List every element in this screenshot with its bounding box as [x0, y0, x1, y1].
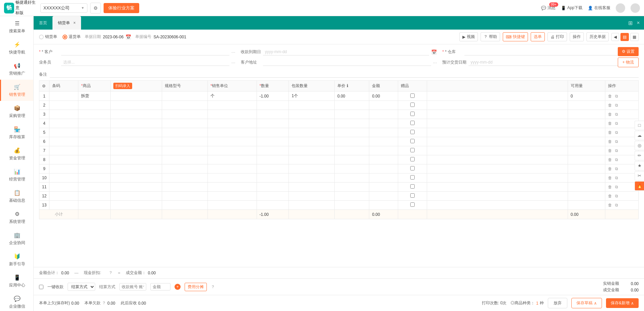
- online-service-button[interactable]: 👤 在线客服: [588, 5, 610, 11]
- row-barcode[interactable]: [49, 173, 78, 183]
- row-unit-price[interactable]: [335, 183, 369, 192]
- row-quantity[interactable]: [257, 119, 289, 128]
- payment-method-select[interactable]: 结算方式: [68, 283, 95, 291]
- print-button[interactable]: 🖨 打印: [547, 32, 567, 41]
- row-gift[interactable]: [398, 128, 427, 137]
- float-star-button[interactable]: ★: [635, 161, 644, 170]
- row-product[interactable]: [78, 128, 111, 137]
- row-amount[interactable]: [369, 137, 398, 146]
- row-amount[interactable]: [369, 183, 398, 192]
- row-quantity[interactable]: [257, 164, 289, 173]
- row-barcode[interactable]: [49, 119, 78, 128]
- row-barcode[interactable]: [49, 201, 78, 210]
- row-product[interactable]: [78, 137, 111, 146]
- row-unit[interactable]: [207, 201, 257, 210]
- row-spec[interactable]: [162, 155, 207, 164]
- row-gift[interactable]: [398, 155, 427, 164]
- row-product[interactable]: [78, 110, 111, 119]
- row-gift[interactable]: [398, 110, 427, 119]
- logistics-button[interactable]: + 物流: [618, 57, 639, 67]
- row-unit-price[interactable]: [335, 101, 369, 110]
- row-quantity[interactable]: -1.00: [257, 91, 289, 101]
- row-unit[interactable]: [207, 183, 257, 192]
- customer-input[interactable]: [61, 48, 229, 55]
- delete-icon[interactable]: 🗑: [608, 176, 612, 180]
- row-unit[interactable]: [207, 155, 257, 164]
- row-gift[interactable]: [398, 173, 427, 183]
- delete-icon[interactable]: 🗑: [608, 103, 612, 108]
- row-remark[interactable]: [427, 155, 568, 164]
- tab-home[interactable]: 首页: [34, 16, 52, 30]
- sidebar-item-system[interactable]: ⚙ 系统管理: [0, 207, 33, 228]
- row-spec[interactable]: [162, 137, 207, 146]
- row-spec[interactable]: [162, 128, 207, 137]
- row-amount[interactable]: [369, 201, 398, 210]
- row-quantity[interactable]: [257, 137, 289, 146]
- row-quantity[interactable]: [257, 146, 289, 155]
- row-unit[interactable]: [207, 173, 257, 183]
- sidebar-item-enterprise[interactable]: 🏢 企业协同: [0, 228, 33, 249]
- avatar[interactable]: [616, 3, 625, 13]
- row-unit-price[interactable]: [335, 155, 369, 164]
- row-remark[interactable]: [427, 164, 568, 173]
- copy-icon[interactable]: ⧉: [615, 185, 618, 189]
- salesperson-input[interactable]: [61, 59, 229, 66]
- row-gift[interactable]: [398, 101, 427, 110]
- row-quantity[interactable]: [257, 183, 289, 192]
- float-circle-button[interactable]: ◎: [635, 141, 644, 150]
- row-amount[interactable]: [369, 164, 398, 173]
- row-pack-qty[interactable]: [289, 128, 335, 137]
- delete-icon[interactable]: 🗑: [608, 166, 612, 171]
- sidebar-item-purchase[interactable]: 📦 采购管理: [0, 101, 33, 122]
- row-pack-qty[interactable]: [289, 183, 335, 192]
- save-new-button[interactable]: 保存&新增 ∧: [606, 298, 639, 308]
- amount-input[interactable]: [150, 283, 171, 290]
- tab-close-icon[interactable]: ×: [73, 21, 76, 25]
- row-remark[interactable]: [427, 201, 568, 210]
- float-fire-button[interactable]: 🔥: [635, 181, 644, 191]
- row-barcode[interactable]: [49, 101, 78, 110]
- row-amount[interactable]: [369, 110, 398, 119]
- copy-icon[interactable]: ⧉: [615, 121, 618, 126]
- row-spec[interactable]: [162, 173, 207, 183]
- row-product[interactable]: [78, 183, 111, 192]
- row-unit[interactable]: [207, 146, 257, 155]
- expected-date-input[interactable]: [468, 59, 631, 66]
- row-amount[interactable]: [369, 119, 398, 128]
- shortcut-button[interactable]: ⌨ 快捷键: [503, 32, 528, 41]
- row-product[interactable]: [78, 164, 111, 173]
- row-pack-qty[interactable]: [289, 173, 335, 183]
- float-expand-button[interactable]: □: [635, 121, 644, 130]
- close-all-icon[interactable]: ✕: [637, 21, 644, 25]
- row-unit[interactable]: [207, 119, 257, 128]
- row-unit-price[interactable]: [335, 128, 369, 137]
- video-button[interactable]: ▶ 视频: [459, 32, 478, 41]
- row-gift[interactable]: [398, 137, 427, 146]
- copy-icon[interactable]: ⧉: [615, 130, 618, 135]
- row-pack-qty[interactable]: [289, 101, 335, 110]
- setup-button[interactable]: ⚙ 设置: [618, 47, 639, 56]
- sidebar-item-sales[interactable]: 🛒 销售管理: [0, 80, 33, 101]
- row-pack-qty[interactable]: [289, 110, 335, 119]
- row-pack-qty[interactable]: [289, 201, 335, 210]
- delete-icon[interactable]: 🗑: [608, 194, 612, 198]
- account-input[interactable]: [119, 283, 146, 290]
- row-gift[interactable]: [398, 146, 427, 155]
- shortage-question-icon[interactable]: ？: [102, 300, 106, 306]
- row-spec[interactable]: [162, 164, 207, 173]
- copy-icon[interactable]: ⧉: [615, 176, 618, 180]
- history-button[interactable]: 历史单据: [586, 32, 609, 41]
- scan-entry-button[interactable]: 扫码录入: [113, 83, 132, 89]
- row-unit-price[interactable]: [335, 146, 369, 155]
- card-view-button[interactable]: ▤: [620, 33, 629, 41]
- copy-icon[interactable]: ⧉: [615, 103, 618, 108]
- copy-icon[interactable]: ⧉: [615, 94, 618, 99]
- row-amount[interactable]: 0.00: [369, 91, 398, 101]
- row-gift[interactable]: [398, 91, 427, 101]
- row-quantity[interactable]: [257, 128, 289, 137]
- row-quantity[interactable]: [257, 110, 289, 119]
- float-scissors-button[interactable]: ✂: [635, 171, 644, 181]
- row-unit-price[interactable]: [335, 137, 369, 146]
- avatar-alt[interactable]: [631, 3, 640, 13]
- row-spec[interactable]: [162, 201, 207, 210]
